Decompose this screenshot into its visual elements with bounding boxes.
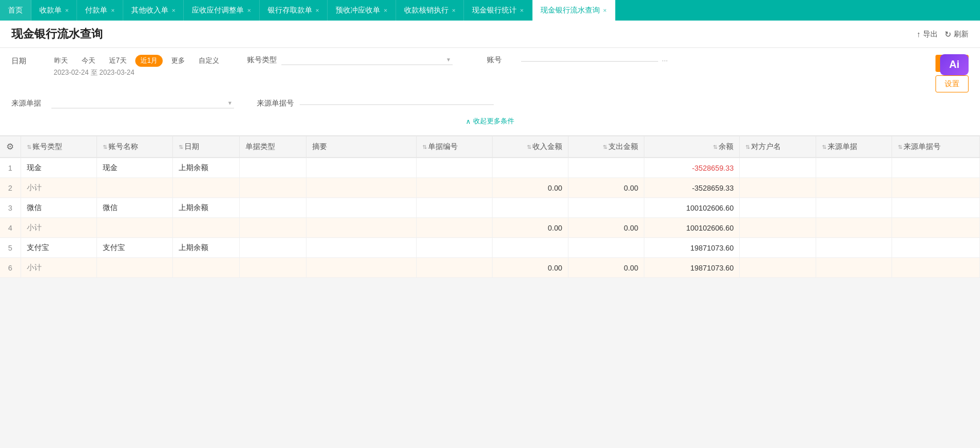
row-date: 上期余额 <box>172 158 239 178</box>
date-btn-more[interactable]: 更多 <box>166 55 190 67</box>
col-settings: ⚙ <box>0 136 21 158</box>
date-btn-1month[interactable]: 近1月 <box>135 55 163 67</box>
close-icon[interactable]: × <box>603 7 607 14</box>
nav-item-advance[interactable]: 预收冲应收单 × <box>328 0 396 21</box>
row-expense: 0.00 <box>568 218 644 238</box>
close-icon[interactable]: × <box>111 7 114 14</box>
row-counterparty <box>740 178 816 198</box>
collapse-button[interactable]: ∧ 收起更多条件 <box>466 116 514 126</box>
row-source-doc-no <box>892 258 979 278</box>
row-no: 1 <box>0 158 21 178</box>
nav-item-payment[interactable]: 付款单 × <box>77 0 123 21</box>
row-account-type: 小计 <box>21 258 96 278</box>
date-btn-yesterday[interactable]: 昨天 <box>49 55 73 67</box>
col-account-type: ⇅账号类型 <box>21 136 96 158</box>
close-icon[interactable]: × <box>172 7 175 14</box>
row-balance: -3528659.33 <box>644 178 740 198</box>
export-icon: ↑ <box>917 30 921 39</box>
table-body: 1 现金 现金 上期余额 -3528659.33 2 小计 0.00 0.00 … <box>0 158 980 278</box>
row-account-type: 微信 <box>21 198 96 218</box>
table-row: 2 小计 0.00 0.00 -3528659.33 <box>0 178 980 198</box>
row-no: 6 <box>0 258 21 278</box>
row-account-name: 支付宝 <box>96 238 172 258</box>
col-counterparty: ⇅对方户名 <box>740 136 816 158</box>
more-options-icon[interactable]: ··· <box>662 56 668 64</box>
account-type-label: 账号类型 <box>247 55 281 65</box>
row-expense <box>568 158 644 178</box>
row-expense <box>568 198 644 218</box>
close-icon[interactable]: × <box>247 7 251 14</box>
row-counterparty <box>740 238 816 258</box>
row-account-type: 支付宝 <box>21 238 96 258</box>
nav-item-cash-stats[interactable]: 现金银行统计 × <box>464 0 532 21</box>
row-expense <box>568 238 644 258</box>
row-summary <box>306 238 417 258</box>
row-account-name <box>96 218 172 238</box>
row-counterparty <box>740 158 816 178</box>
row-date <box>172 218 239 238</box>
table-row: 4 小计 0.00 0.00 100102606.60 <box>0 218 980 238</box>
row-no: 2 <box>0 178 21 198</box>
row-income <box>492 238 568 258</box>
col-date: ⇅日期 <box>172 136 239 158</box>
refresh-button[interactable]: ↻ 刷新 <box>945 29 969 39</box>
gear-icon[interactable]: ⚙ <box>6 142 14 151</box>
col-account-name: ⇅账号名称 <box>96 136 172 158</box>
row-source-doc <box>816 158 892 178</box>
source-doc-field[interactable]: ▾ <box>51 98 234 108</box>
date-btn-today[interactable]: 今天 <box>76 55 100 67</box>
row-date <box>172 178 239 198</box>
ai-assistant-badge[interactable]: Ai <box>940 54 969 75</box>
row-source-doc-no <box>892 218 979 238</box>
close-icon[interactable]: × <box>65 7 68 14</box>
row-doc-no <box>416 218 492 238</box>
nav-item-other-income[interactable]: 其他收入单 × <box>123 0 184 21</box>
account-no-label: 账号 <box>487 55 521 65</box>
refresh-icon: ↻ <box>945 30 951 39</box>
table-row: 1 现金 现金 上期余额 -3528659.33 <box>0 158 980 178</box>
row-source-doc-no <box>892 178 979 198</box>
row-doc-no <box>416 258 492 278</box>
row-source-doc <box>816 178 892 198</box>
row-account-name <box>96 178 172 198</box>
col-doc-no: ⇅单据编号 <box>416 136 492 158</box>
close-icon[interactable]: × <box>520 7 523 14</box>
settings-button[interactable]: 设置 <box>935 75 969 92</box>
close-icon[interactable]: × <box>316 7 319 14</box>
table-row: 5 支付宝 支付宝 上期余额 19871073.60 <box>0 238 980 258</box>
close-icon[interactable]: × <box>452 7 455 14</box>
date-options: 昨天 今天 近7天 近1月 更多 自定义 <box>49 55 224 67</box>
account-no-field[interactable] <box>521 59 658 62</box>
col-summary: 摘要 <box>306 136 417 158</box>
table-header-row: ⚙ ⇅账号类型 ⇅账号名称 ⇅日期 单据类型 摘要 ⇅单据编号 ⇅收入金额 ⇅支… <box>0 136 980 158</box>
row-income: 0.00 <box>492 218 568 238</box>
account-type-field[interactable]: ▾ <box>281 55 453 65</box>
row-summary <box>306 218 417 238</box>
row-doc-no <box>416 238 492 258</box>
row-doc-type <box>240 198 306 218</box>
nav-item-receipt[interactable]: 收款单 × <box>31 0 77 21</box>
nav-item-bank-deposit[interactable]: 银行存取款单 × <box>260 0 328 21</box>
close-icon[interactable]: × <box>384 7 387 14</box>
source-doc-no-field[interactable] <box>300 102 494 105</box>
row-counterparty <box>740 218 816 238</box>
col-balance: ⇅余额 <box>644 136 740 158</box>
nav-item-cash-flow[interactable]: 现金银行流水查询 × <box>533 0 615 21</box>
export-button[interactable]: ↑ 导出 <box>917 29 938 39</box>
date-btn-7days[interactable]: 近7天 <box>104 55 132 67</box>
col-income: ⇅收入金额 <box>492 136 568 158</box>
row-no: 5 <box>0 238 21 258</box>
row-no: 3 <box>0 198 21 218</box>
row-income <box>492 198 568 218</box>
table-row: 3 微信 微信 上期余额 100102606.60 <box>0 198 980 218</box>
row-income: 0.00 <box>492 258 568 278</box>
header-actions: ↑ 导出 ↻ 刷新 <box>917 29 969 39</box>
row-source-doc <box>816 258 892 278</box>
nav-item-writeoff[interactable]: 收款核销执行 × <box>396 0 464 21</box>
date-btn-custom[interactable]: 自定义 <box>193 55 224 67</box>
nav-item-adjustment[interactable]: 应收应付调整单 × <box>184 0 259 21</box>
nav-item-home[interactable]: 首页 <box>0 0 31 21</box>
row-account-type: 小计 <box>21 178 96 198</box>
row-doc-no <box>416 158 492 178</box>
row-account-name: 微信 <box>96 198 172 218</box>
